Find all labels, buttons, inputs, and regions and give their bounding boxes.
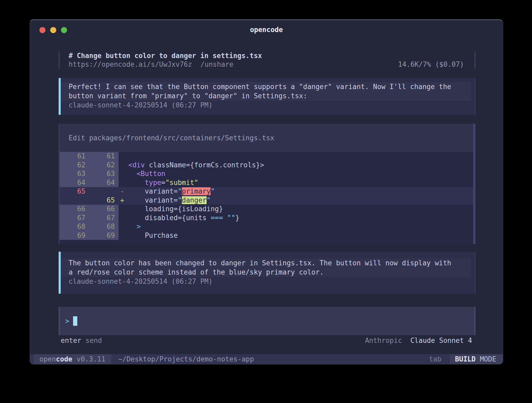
model-indicator: Anthropic Claude Sonnet 4	[365, 337, 472, 344]
code-segment: }	[235, 214, 239, 222]
model-timestamp: claude-sonnet-4-20250514 (06:27 PM)	[61, 277, 475, 286]
diff-marker	[120, 152, 128, 160]
new-line-number: 0	[89, 187, 119, 196]
diff-marker: +	[120, 196, 128, 204]
diff-row: 065+ variant="danger"	[60, 196, 475, 205]
diff-file-title: Edit packages/frontend/src/containers/Se…	[60, 124, 475, 152]
diff-code-line: - variant="primary"	[119, 187, 215, 196]
edit-diff-block: Edit packages/frontend/src/containers/Se…	[59, 124, 475, 244]
diff-row: 6969 Purchase	[60, 231, 475, 240]
new-line-number: 68	[89, 222, 119, 231]
new-line-number: 65	[89, 196, 119, 205]
code-segment: "	[178, 196, 182, 204]
text-cursor	[73, 316, 77, 326]
diff-code-line: + variant="danger"	[119, 196, 211, 205]
diff-row: 6666 loading={isLoading}	[60, 205, 475, 214]
code-segment: primary	[182, 187, 211, 195]
code-segment: <div	[128, 161, 145, 169]
code-segment: danger	[182, 196, 207, 204]
message-text: The button color has been changed to dan…	[61, 259, 471, 277]
status-bar: opencode v0.3.11 ~/Desktop/Projects/demo…	[30, 354, 503, 364]
new-line-number: 63	[89, 169, 119, 178]
code-segment: "	[207, 196, 211, 204]
session-header: # Change button color to danger in setti…	[59, 51, 475, 69]
code-segment: ""	[227, 214, 235, 222]
diff-code-line	[119, 152, 128, 161]
diff-code-line: loading={isLoading}	[119, 205, 223, 214]
diff-row: 6161	[60, 152, 475, 161]
diff-code-line: <div className={formCs.controls}>	[119, 161, 264, 170]
new-line-number: 69	[89, 231, 119, 240]
old-line-number: 62	[60, 161, 89, 170]
diff-row: 6767 disabled={units === ""}	[60, 214, 475, 223]
model-name: Claude Sonnet 4	[410, 337, 472, 344]
enter-key-hint: enter	[61, 337, 81, 344]
message-line: Perfect! I can see that the Button compo…	[69, 82, 471, 91]
prompt-symbol: >	[65, 317, 69, 325]
code-segment: "submit"	[165, 179, 198, 187]
message-line: a red/rose color scheme instead of the b…	[69, 268, 471, 277]
window-title: opencode	[30, 26, 503, 34]
share-url-link[interactable]: https://opencode.ai/s/UwJxv76z	[69, 60, 192, 69]
diff-row: 6464 type="submit"	[60, 178, 475, 187]
old-line-number: 61	[60, 152, 89, 161]
message-line: button variant from "primary" to "danger…	[69, 91, 471, 101]
code-segment: Purchase	[128, 231, 178, 239]
old-line-number: 67	[60, 214, 89, 223]
code-segment: <Button	[137, 170, 166, 178]
message-text: Perfect! I can see that the Button compo…	[61, 82, 471, 101]
code-segment	[128, 179, 145, 187]
code-segment: className={formCs.controls}>	[145, 161, 264, 169]
model-timestamp: claude-sonnet-4-20250514 (06:27 PM)	[61, 101, 475, 110]
old-line-number: 68	[60, 222, 89, 231]
diff-code-line: Purchase	[119, 231, 178, 240]
diff-marker	[120, 179, 128, 187]
diff-marker	[120, 214, 128, 222]
new-line-number: 64	[89, 178, 119, 187]
code-segment: disabled={units	[128, 214, 211, 222]
mode-label-mode: MODE	[480, 355, 496, 363]
diff-code-line: type="submit"	[119, 178, 198, 187]
diff-marker	[120, 231, 128, 239]
old-line-number: 66	[60, 205, 89, 214]
app-version: v0.3.11	[76, 355, 105, 363]
code-segment: >	[137, 223, 141, 230]
tab-key-hint[interactable]: tab	[429, 354, 441, 364]
mode-label-build: BUILD	[455, 355, 475, 363]
app-version-chip: opencode v0.3.11	[34, 354, 111, 364]
diff-marker	[120, 170, 128, 178]
diff-row: 650- variant="primary"	[60, 187, 475, 196]
old-line-number: 64	[60, 178, 89, 187]
old-line-number: 69	[60, 231, 89, 240]
unshare-command[interactable]: /unshare	[201, 60, 233, 69]
code-segment: type	[145, 179, 161, 187]
send-action-hint: send	[85, 337, 102, 344]
code-segment	[128, 223, 136, 230]
prompt-input[interactable]: >	[59, 307, 475, 335]
code-segment: "	[211, 187, 215, 195]
assistant-message: The button color has been changed to dan…	[59, 252, 475, 294]
brand-open: open	[39, 355, 56, 363]
session-subtitle-row: https://opencode.ai/s/UwJxv76z /unshare …	[69, 60, 464, 69]
titlebar: opencode	[30, 20, 503, 51]
working-directory: ~/Desktop/Projects/demo-notes-app	[118, 354, 254, 364]
diff-marker	[120, 205, 128, 213]
new-line-number: 66	[89, 205, 119, 214]
diff-code-line: disabled={units === ""}	[119, 214, 239, 223]
diff-row: 6262 <div className={formCs.controls}>	[60, 161, 475, 170]
diff-rows: 6161 6262 <div className={formCs.control…	[60, 152, 475, 240]
provider-name: Anthropic	[365, 337, 402, 344]
diff-marker: -	[120, 187, 128, 195]
diff-row: 6868 >	[60, 222, 475, 231]
session-title: # Change button color to danger in setti…	[69, 51, 464, 60]
code-segment	[128, 170, 136, 178]
code-segment: ===	[211, 214, 223, 222]
build-mode-chip: BUILD MODE	[450, 354, 503, 364]
old-line-number: 65	[60, 187, 89, 196]
diff-marker	[120, 161, 128, 169]
opencode-window: opencode # Change button color to danger…	[30, 19, 503, 364]
brand-code: code	[56, 355, 73, 363]
token-usage-stats: 14.6K/7% ($0.07)	[398, 60, 464, 69]
diff-marker	[120, 223, 128, 230]
scrollbar-thumb[interactable]	[473, 124, 475, 244]
